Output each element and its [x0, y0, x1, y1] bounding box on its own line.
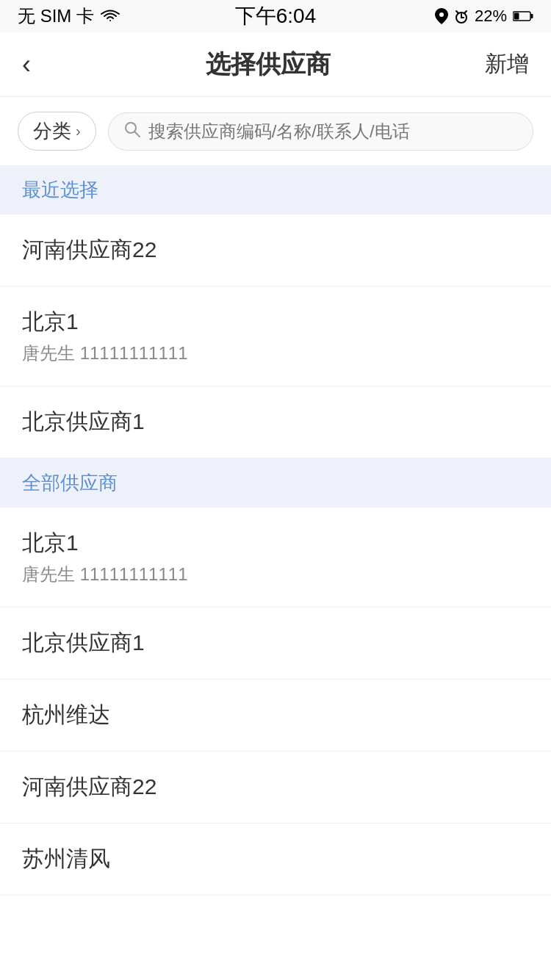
category-filter[interactable]: 分类 ›: [18, 112, 96, 151]
chevron-right-icon: ›: [76, 123, 81, 140]
status-bar: 无 SIM 卡 下午6:04 22%: [0, 0, 551, 32]
location-icon: [435, 8, 448, 24]
wifi-icon: [100, 9, 120, 24]
list-item[interactable]: 北京1 唐先生 11111111111: [0, 508, 551, 608]
svg-point-0: [439, 12, 444, 17]
recent-section-label: 最近选择: [22, 179, 98, 201]
item-name: 苏州清风: [22, 844, 529, 874]
list-item[interactable]: 苏州清风: [0, 824, 551, 896]
list-item[interactable]: 河南供应商22: [0, 752, 551, 824]
recent-section-header: 最近选择: [0, 165, 551, 215]
page-title: 选择供应商: [66, 48, 470, 82]
nav-bar: ‹ 选择供应商 新增: [0, 32, 551, 97]
svg-rect-4: [514, 13, 519, 20]
item-name: 北京1: [22, 528, 529, 558]
item-name: 河南供应商22: [22, 772, 529, 802]
status-right: 22%: [435, 7, 533, 26]
search-input[interactable]: [148, 121, 518, 142]
list-item[interactable]: 北京供应商1: [0, 608, 551, 680]
filter-bar: 分类 ›: [0, 97, 551, 165]
battery-icon: [513, 11, 533, 21]
list-item[interactable]: 河南供应商22: [0, 215, 551, 287]
search-box: [108, 112, 533, 151]
item-name: 北京供应商1: [22, 407, 529, 437]
item-name: 杭州维达: [22, 700, 529, 730]
svg-line-6: [134, 131, 140, 137]
item-name: 河南供应商22: [22, 235, 529, 265]
all-list: 北京1 唐先生 11111111111 北京供应商1 杭州维达 河南供应商22 …: [0, 508, 551, 896]
add-button[interactable]: 新增: [470, 49, 529, 79]
battery-percent: 22%: [475, 7, 507, 26]
search-icon: [123, 120, 141, 143]
item-name: 北京供应商1: [22, 628, 529, 658]
svg-rect-3: [531, 14, 533, 18]
back-button[interactable]: ‹: [22, 49, 66, 80]
item-contact: 唐先生 11111111111: [22, 563, 529, 586]
all-section-label: 全部供应商: [22, 472, 118, 494]
carrier-label: 无 SIM 卡: [18, 4, 94, 28]
item-name: 北京1: [22, 307, 529, 337]
category-label: 分类: [33, 118, 71, 144]
status-time: 下午6:04: [235, 2, 317, 30]
alarm-icon: [454, 8, 469, 24]
list-item[interactable]: 北京1 唐先生 11111111111: [0, 287, 551, 386]
list-item[interactable]: 北京供应商1: [0, 386, 551, 458]
status-left: 无 SIM 卡: [18, 4, 120, 28]
item-contact: 唐先生 11111111111: [22, 342, 529, 365]
all-section-header: 全部供应商: [0, 458, 551, 508]
list-item[interactable]: 杭州维达: [0, 680, 551, 752]
recent-list: 河南供应商22 北京1 唐先生 11111111111 北京供应商1: [0, 215, 551, 458]
